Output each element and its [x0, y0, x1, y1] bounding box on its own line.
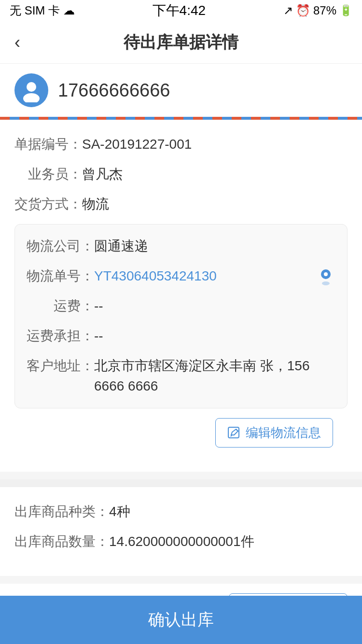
- confirm-label: 确认出库: [148, 609, 214, 631]
- page-title: 待出库单据详情: [124, 31, 238, 54]
- user-icon: [19, 78, 43, 102]
- edit-logistics-label: 编辑物流信息: [246, 424, 321, 441]
- svg-point-5: [324, 272, 328, 276]
- edit-btn-row: 编辑物流信息: [14, 418, 348, 462]
- delivery-label: 交货方式：: [14, 194, 82, 214]
- order-no-label: 单据编号：: [14, 134, 82, 154]
- back-button[interactable]: ‹: [14, 32, 20, 53]
- customer-address-row: 客户地址： 北京市市辖区海淀区永丰南 张，156 6666 6666: [27, 356, 335, 396]
- logistics-company-value: 圆通速递: [94, 236, 335, 256]
- freight-bearer-value: --: [94, 326, 335, 346]
- tracking-no-row: 物流单号： YT43064053424130: [27, 266, 335, 286]
- tracking-no-label: 物流单号：: [27, 266, 94, 286]
- logistics-company-label: 物流公司：: [27, 236, 94, 256]
- status-time: 下午4:42: [153, 1, 206, 20]
- delivery-value: 物流: [82, 194, 348, 214]
- customer-header: 17666666666: [0, 64, 362, 117]
- customer-address-label: 客户地址：: [27, 356, 94, 376]
- avatar: [14, 73, 48, 107]
- order-no-row: 单据编号： SA-20191227-001: [14, 134, 348, 154]
- goods-section: 出库商品种类： 4种 出库商品数量： 14.620000000000001件: [0, 487, 362, 576]
- svg-point-1: [23, 93, 40, 102]
- battery-icon: 🔋: [339, 4, 352, 17]
- alarm-icon: ⏰: [296, 4, 310, 17]
- freight-label: 运费：: [27, 296, 94, 316]
- tracking-no-value: YT43064053424130: [94, 266, 308, 286]
- goods-quantity-row: 出库商品数量： 14.620000000000001件: [14, 532, 348, 552]
- sim-status: 无 SIM 卡 ☁: [10, 3, 75, 18]
- goods-quantity-label: 出库商品数量：: [14, 532, 109, 552]
- freight-bearer-row: 运费承担： --: [27, 326, 335, 346]
- order-no-value: SA-20191227-001: [82, 134, 348, 154]
- freight-value: --: [94, 296, 335, 316]
- battery-level: 87%: [313, 4, 336, 17]
- goods-type-value: 4种: [109, 502, 348, 522]
- staff-label: 业务员：: [14, 164, 82, 184]
- delivery-row: 交货方式： 物流: [14, 194, 348, 214]
- freight-bearer-label: 运费承担：: [27, 326, 94, 346]
- svg-point-0: [27, 82, 36, 92]
- goods-type-label: 出库商品种类：: [14, 502, 109, 522]
- freight-row: 运费： --: [27, 296, 335, 316]
- logistics-card: 物流公司： 圆通速递 物流单号： YT43064053424130 运: [14, 224, 348, 408]
- goods-type-row: 出库商品种类： 4种: [14, 502, 348, 522]
- nav-bar: ‹ 待出库单据详情: [0, 21, 362, 64]
- staff-row: 业务员： 曾凡杰: [14, 164, 348, 184]
- edit-icon: [227, 426, 241, 440]
- status-bar: 无 SIM 卡 ☁ 下午4:42 ↗ ⏰ 87% 🔋: [0, 0, 362, 21]
- customer-phone: 17666666666: [58, 80, 170, 101]
- status-right: ↗ ⏰ 87% 🔋: [283, 4, 352, 17]
- customer-address-value: 北京市市辖区海淀区永丰南 张，156 6666 6666: [94, 356, 335, 396]
- confirm-button[interactable]: 确认出库: [0, 596, 362, 644]
- order-info-section: 单据编号： SA-20191227-001 业务员： 曾凡杰 交货方式： 物流 …: [0, 120, 362, 472]
- goods-quantity-value: 14.620000000000001件: [109, 532, 348, 552]
- section-separator-1: [0, 479, 362, 487]
- location-track-icon[interactable]: [316, 266, 335, 285]
- svg-rect-6: [228, 427, 239, 438]
- staff-value: 曾凡杰: [82, 164, 348, 184]
- location-icon: ↗: [283, 4, 293, 17]
- svg-point-4: [322, 281, 330, 285]
- status-left: 无 SIM 卡 ☁: [10, 3, 75, 18]
- logistics-company-row: 物流公司： 圆通速递: [27, 236, 335, 256]
- edit-logistics-button[interactable]: 编辑物流信息: [215, 418, 333, 448]
